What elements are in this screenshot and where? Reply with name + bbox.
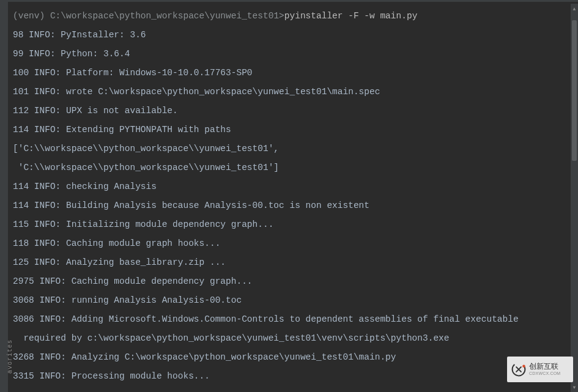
scroll-up-icon[interactable]: ▲ — [571, 5, 578, 12]
vertical-scrollbar[interactable]: ▲ ▼ — [571, 4, 578, 392]
output-block: 98 INFO: PyInstaller: 3.699 INFO: Python… — [13, 26, 569, 386]
scrollbar-track[interactable] — [571, 13, 578, 383]
scroll-down-icon[interactable]: ▼ — [571, 383, 578, 391]
output-line: 118 INFO: Caching module graph hooks... — [13, 234, 569, 253]
watermark-text: 创新互联 CDXWCX.COM — [529, 363, 560, 376]
output-line: 3086 INFO: Adding Microsoft.Windows.Comm… — [13, 310, 569, 329]
output-line: 'C:\\workspace\\python_workspace\\yunwei… — [13, 158, 569, 177]
output-line: 98 INFO: PyInstaller: 3.6 — [13, 26, 569, 45]
sidebar-tab-label[interactable]: avorites — [1, 339, 20, 374]
scrollbar-thumb[interactable] — [572, 20, 577, 161]
output-line: 3268 INFO: Analyzing C:\workspace\python… — [13, 348, 569, 367]
prompt-venv: (venv) — [13, 11, 45, 21]
output-line: 114 INFO: checking Analysis — [13, 177, 569, 196]
prompt-path: C:\workspace\python_workspace\yunwei_tes… — [50, 11, 284, 21]
output-line: 100 INFO: Platform: Windows-10-10.0.1776… — [13, 64, 569, 83]
output-line: 101 INFO: wrote C:\workspace\python_work… — [13, 83, 569, 102]
terminal-content[interactable]: (venv) C:\workspace\python_workspace\yun… — [13, 7, 578, 386]
output-line: 3068 INFO: running Analysis Analysis-00.… — [13, 291, 569, 310]
output-line: 2975 INFO: Caching module dependency gra… — [13, 272, 569, 291]
left-gutter: avorites — [2, 2, 8, 392]
prompt-command: pyinstaller -F -w main.py — [284, 11, 418, 21]
output-line: 125 INFO: Analyzing base_library.zip ... — [13, 253, 569, 272]
watermark-badge: 创新互联 CDXWCX.COM — [507, 357, 573, 382]
output-line: 114 INFO: Extending PYTHONPATH with path… — [13, 120, 569, 139]
output-line: ['C:\\workspace\\python_workspace\\yunwe… — [13, 139, 569, 158]
output-line: 3315 INFO: Processing module hooks... — [13, 367, 569, 386]
watermark-en: CDXWCX.COM — [529, 371, 560, 376]
watermark-cn: 创新互联 — [529, 363, 560, 371]
terminal-panel[interactable]: avorites (venv) C:\workspace\python_work… — [0, 0, 578, 392]
output-line: 99 INFO: Python: 3.6.4 — [13, 45, 569, 64]
output-line: required by c:\workspace\python_workspac… — [13, 329, 569, 348]
svg-point-1 — [522, 365, 525, 368]
output-line: 114 INFO: Building Analysis because Anal… — [13, 196, 569, 215]
watermark-logo-icon — [511, 361, 527, 377]
prompt-line: (venv) C:\workspace\python_workspace\yun… — [13, 7, 569, 26]
output-line: 115 INFO: Initializing module dependency… — [13, 215, 569, 234]
output-line: 112 INFO: UPX is not available. — [13, 102, 569, 120]
